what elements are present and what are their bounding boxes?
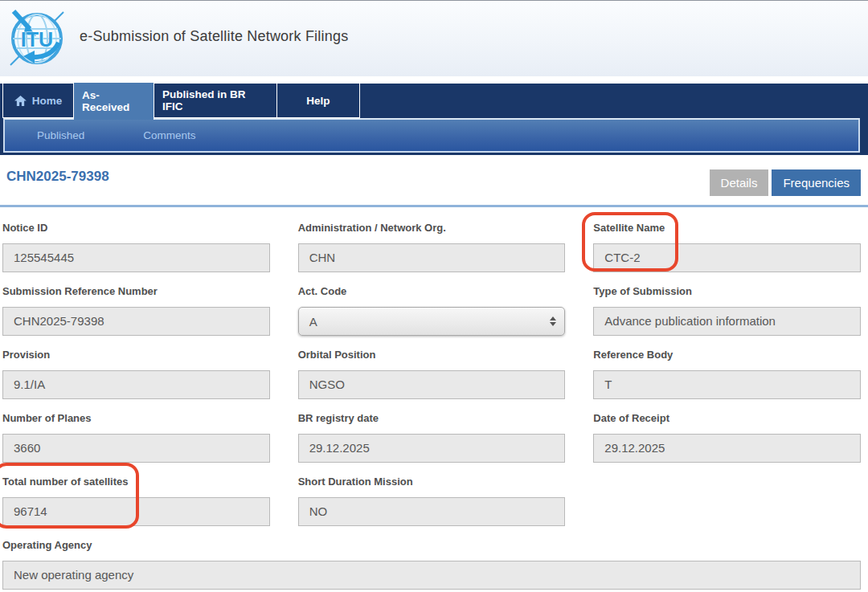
sub-navigation: Published Comments (0, 118, 868, 155)
field-number-of-planes: Number of Planes 3660 (2, 412, 270, 463)
field-operating-agency-label: Operating Agency (2, 539, 861, 551)
field-operating-agency-value: New operating agency (2, 561, 861, 590)
itu-logo-icon: ITU (6, 7, 68, 70)
notice-details-form: Notice ID 125545445 Administration / Net… (2, 222, 861, 590)
tab-published-in-br-ific-label: Published in BR IFIC (162, 88, 268, 112)
field-br-registry-date: BR registry date 29.12.2025 (298, 412, 566, 463)
field-act-code-label: Act. Code (298, 285, 566, 297)
frequencies-button[interactable]: Frequencies (772, 169, 861, 196)
field-administration: Administration / Network Org. CHN (298, 222, 566, 272)
field-type-of-submission: Type of Submission Advance publication i… (593, 285, 861, 336)
tab-help-label: Help (306, 95, 330, 107)
field-submission-reference-number: Submission Reference Number CHN2025-7939… (2, 285, 270, 336)
field-orbital-position: Orbital Position NGSO (298, 349, 566, 399)
field-submission-reference-number-value: CHN2025-79398 (2, 307, 270, 336)
home-icon (14, 96, 27, 106)
field-satellite-name-value: CTC-2 (593, 243, 861, 272)
field-date-of-receipt: Date of Receipt 29.12.2025 (593, 412, 861, 463)
subnav-item-published[interactable]: Published (37, 129, 84, 141)
tab-help[interactable]: Help (277, 84, 360, 118)
field-short-duration-mission-label: Short Duration Mission (298, 476, 566, 488)
act-code-selected-value: A (309, 315, 317, 329)
view-switch-buttons: Details Frequencies (710, 169, 861, 196)
field-type-of-submission-value: Advance publication information (593, 307, 861, 336)
nav-tabs: Home As-Received Published in BR IFIC He… (2, 82, 360, 118)
field-short-duration-mission-value: NO (298, 497, 566, 526)
select-arrows-icon (550, 316, 556, 326)
field-reference-body-value: T (593, 370, 861, 399)
field-act-code: Act. Code A (298, 285, 566, 336)
tab-published-in-br-ific[interactable]: Published in BR IFIC (154, 84, 277, 118)
field-date-of-receipt-label: Date of Receipt (593, 412, 861, 424)
main-navigation: Home As-Received Published in BR IFIC He… (0, 76, 868, 118)
field-number-of-planes-label: Number of Planes (2, 412, 270, 424)
field-provision-label: Provision (2, 349, 270, 361)
field-notice-id-value: 125545445 (2, 243, 270, 272)
field-orbital-position-value: NGSO (298, 370, 566, 399)
field-short-duration-mission: Short Duration Mission NO (298, 476, 566, 526)
field-operating-agency: Operating Agency New operating agency (2, 539, 861, 590)
field-administration-label: Administration / Network Org. (298, 222, 566, 234)
tab-home[interactable]: Home (2, 84, 74, 118)
field-date-of-receipt-value: 29.12.2025 (593, 434, 861, 463)
act-code-select[interactable]: A (298, 307, 566, 336)
field-br-registry-date-label: BR registry date (298, 412, 566, 424)
field-submission-reference-number-label: Submission Reference Number (2, 285, 270, 297)
tab-as-received-label: As-Received (82, 89, 145, 113)
page-title: CHN2025-79398 (6, 169, 109, 185)
field-total-number-of-satellites-value: 96714 (2, 497, 270, 526)
svg-text:ITU: ITU (21, 28, 53, 51)
field-notice-id: Notice ID 125545445 (2, 222, 270, 272)
tab-home-label: Home (32, 95, 63, 107)
details-button[interactable]: Details (710, 169, 769, 196)
page-head: CHN2025-79398 Details Frequencies (0, 155, 868, 205)
field-provision-value: 9.1/IA (2, 370, 270, 399)
field-number-of-planes-value: 3660 (2, 434, 270, 463)
tab-as-received[interactable]: As-Received (74, 82, 154, 120)
title-divider (0, 205, 868, 207)
field-reference-body: Reference Body T (593, 349, 861, 399)
field-br-registry-date-value: 29.12.2025 (298, 434, 566, 463)
field-administration-value: CHN (298, 243, 566, 272)
empty-grid-cell (593, 476, 861, 526)
field-satellite-name: Satellite Name CTC-2 (593, 222, 861, 272)
app-header: ITU e-Submission of Satellite Network Fi… (0, 0, 868, 76)
field-orbital-position-label: Orbital Position (298, 349, 566, 361)
app-title: e-Submission of Satellite Network Filing… (80, 28, 348, 45)
field-notice-id-label: Notice ID (2, 222, 270, 234)
subnav-panel: Published Comments (3, 118, 860, 153)
field-reference-body-label: Reference Body (593, 349, 861, 361)
field-provision: Provision 9.1/IA (2, 349, 270, 399)
field-satellite-name-label: Satellite Name (593, 222, 861, 234)
field-total-number-of-satellites: Total number of satellites 96714 (2, 476, 270, 526)
field-type-of-submission-label: Type of Submission (593, 285, 861, 297)
field-total-number-of-satellites-label: Total number of satellites (2, 476, 270, 488)
subnav-item-comments[interactable]: Comments (143, 129, 195, 141)
